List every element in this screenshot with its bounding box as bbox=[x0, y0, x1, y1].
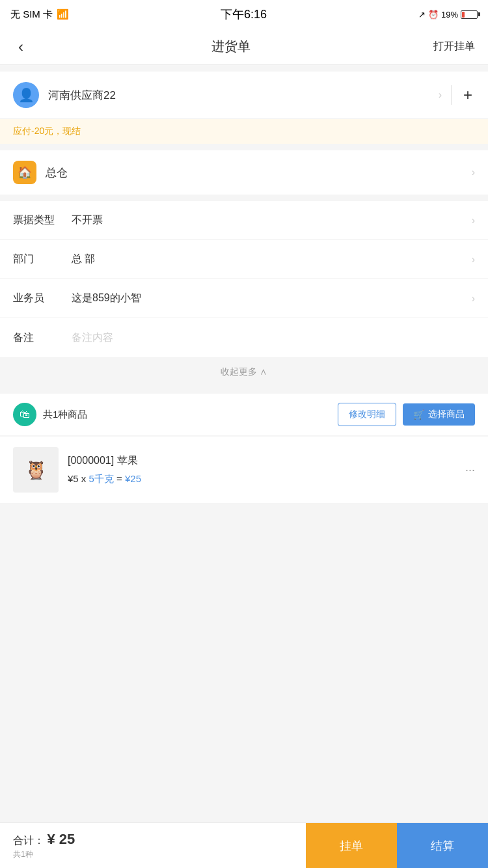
edit-detail-button[interactable]: 修改明细 bbox=[338, 403, 396, 426]
product-icon: 🛍 bbox=[13, 403, 36, 426]
price-separator: x bbox=[81, 473, 89, 484]
salesman-label: 业务员 bbox=[13, 292, 65, 305]
product-info: [0000001] 苹果 ¥5 x 5千克 = ¥25 bbox=[68, 454, 456, 485]
remark-input[interactable]: 备注内容 bbox=[65, 331, 475, 345]
nav-bar: ‹ 进货单 打开挂单 bbox=[0, 29, 488, 65]
warehouse-row[interactable]: 🏠 总仓 › bbox=[0, 150, 488, 195]
product-price: ¥5 x 5千克 = ¥25 bbox=[68, 473, 456, 485]
warehouse-name: 总仓 bbox=[46, 165, 472, 180]
checkout-button[interactable]: 结算 bbox=[397, 823, 488, 868]
product-thumbnail: 🦉 bbox=[13, 447, 59, 493]
status-left: 无 SIM 卡 📶 bbox=[10, 8, 69, 21]
supplier-name: 河南供应商22 bbox=[48, 88, 439, 103]
form-section: 票据类型 不开票 › 部门 总 部 › 业务员 这是859的小智 › 备注 备注… bbox=[0, 201, 488, 357]
total-area: 合计： ¥ 25 共1种 bbox=[0, 831, 306, 860]
avatar: 👤 bbox=[13, 82, 39, 108]
select-product-button[interactable]: 🛒 选择商品 bbox=[403, 403, 475, 426]
remark-label: 备注 bbox=[13, 331, 65, 345]
notice-bar: 应付-20元，现结 bbox=[0, 119, 488, 144]
total-amount: ¥ 25 bbox=[47, 831, 75, 847]
warehouse-section: 🏠 总仓 › bbox=[0, 150, 488, 195]
chevron-right-icon: › bbox=[439, 89, 442, 101]
add-button[interactable]: + bbox=[461, 86, 475, 104]
home-icon: 🏠 bbox=[18, 165, 32, 180]
remark-row[interactable]: 备注 备注内容 bbox=[0, 318, 488, 357]
ticket-type-label: 票据类型 bbox=[13, 213, 65, 227]
department-row[interactable]: 部门 总 部 › bbox=[0, 240, 488, 279]
ticket-type-row[interactable]: 票据类型 不开票 › bbox=[0, 201, 488, 240]
status-bar: 无 SIM 卡 📶 下午6:16 ↗ ⏰ 19% bbox=[0, 0, 488, 29]
collapse-label: 收起更多 ∧ bbox=[221, 366, 267, 377]
notice-text: 应付-20元，现结 bbox=[13, 126, 81, 136]
select-product-label: 选择商品 bbox=[428, 409, 465, 420]
total-count: 共1种 bbox=[13, 849, 293, 860]
suspend-button[interactable]: 挂单 bbox=[306, 823, 397, 868]
wifi-icon: 📶 bbox=[57, 8, 69, 20]
unit-price: ¥5 bbox=[68, 473, 79, 484]
alarm-icon: ⏰ bbox=[428, 10, 439, 20]
product-item: 🦉 [0000001] 苹果 ¥5 x 5千克 = ¥25 ··· bbox=[0, 437, 488, 503]
open-pending-button[interactable]: 打开挂单 bbox=[433, 40, 475, 53]
equals-sign: = bbox=[116, 473, 125, 484]
chevron-right-icon: › bbox=[472, 293, 475, 305]
bottom-bar: 合计： ¥ 25 共1种 挂单 结算 bbox=[0, 822, 488, 868]
cart-icon: 🛒 bbox=[413, 409, 424, 420]
product-count: 共1种商品 bbox=[43, 409, 331, 421]
chevron-right-icon: › bbox=[472, 167, 475, 178]
product-name: [0000001] 苹果 bbox=[68, 454, 456, 468]
location-icon: ↗ bbox=[418, 10, 426, 20]
chevron-right-icon: › bbox=[472, 254, 475, 265]
avatar-icon: 👤 bbox=[18, 87, 34, 103]
back-button[interactable]: ‹ bbox=[13, 33, 29, 61]
salesman-row[interactable]: 业务员 这是859的小智 › bbox=[0, 279, 488, 318]
owl-icon: 🦉 bbox=[25, 459, 47, 481]
department-label: 部门 bbox=[13, 252, 65, 266]
bag-icon: 🛍 bbox=[20, 409, 30, 420]
product-code: [0000001] bbox=[68, 455, 114, 466]
page-title: 进货单 bbox=[211, 38, 251, 55]
battery-percent: 19% bbox=[441, 10, 458, 20]
department-value: 总 部 bbox=[65, 252, 472, 266]
carrier-text: 无 SIM 卡 bbox=[10, 8, 53, 21]
collapse-bar[interactable]: 收起更多 ∧ bbox=[0, 357, 488, 387]
status-time: 下午6:16 bbox=[221, 7, 267, 22]
ticket-type-value: 不开票 bbox=[65, 213, 472, 227]
quantity: 5千克 bbox=[89, 473, 114, 484]
content-area: 👤 河南供应商22 › + 应付-20元，现结 🏠 总仓 › 票据类型 不开票 … bbox=[0, 65, 488, 555]
action-buttons: 挂单 结算 bbox=[306, 823, 488, 868]
more-button[interactable]: ··· bbox=[465, 463, 475, 477]
total-price: ¥25 bbox=[125, 473, 141, 484]
warehouse-icon: 🏠 bbox=[13, 161, 36, 184]
total-row: 合计： ¥ 25 bbox=[13, 831, 293, 848]
supplier-section: 👤 河南供应商22 › + 应付-20元，现结 bbox=[0, 72, 488, 144]
total-label: 合计： bbox=[13, 835, 44, 846]
supplier-divider bbox=[451, 85, 452, 105]
chevron-right-icon: › bbox=[472, 215, 475, 226]
salesman-value: 这是859的小智 bbox=[65, 292, 472, 305]
battery-icon bbox=[461, 10, 478, 19]
product-header: 🛍 共1种商品 修改明细 🛒 选择商品 bbox=[0, 394, 488, 435]
status-right: ↗ ⏰ 19% bbox=[418, 10, 478, 20]
product-title: 苹果 bbox=[117, 455, 138, 466]
supplier-row[interactable]: 👤 河南供应商22 › + bbox=[0, 72, 488, 119]
